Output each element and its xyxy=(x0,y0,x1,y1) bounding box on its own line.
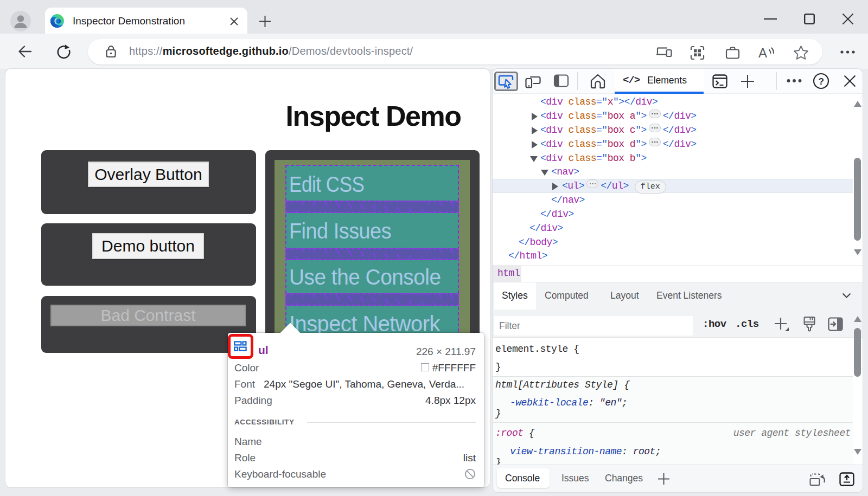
svg-text:A: A xyxy=(758,46,767,60)
svg-text:?: ? xyxy=(819,76,824,87)
